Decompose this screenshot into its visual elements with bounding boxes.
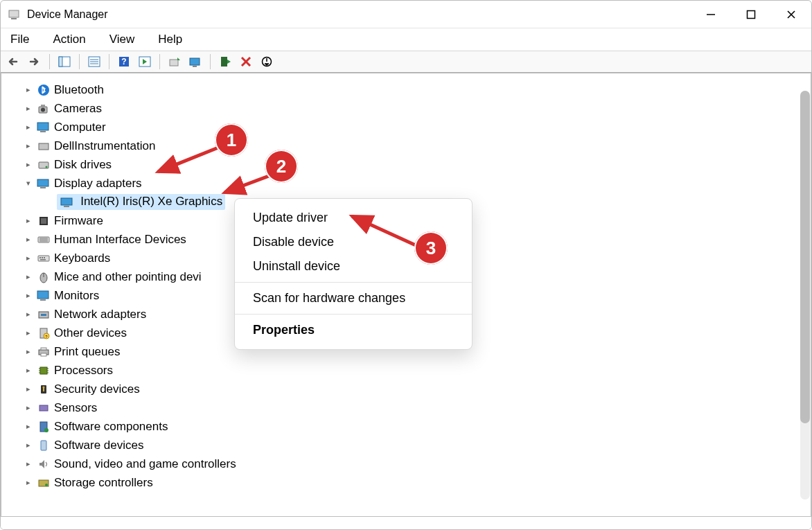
chevron-right-icon[interactable]: ▸: [22, 477, 35, 489]
chevron-right-icon[interactable]: ▸: [22, 252, 35, 265]
vertical-scrollbar[interactable]: [800, 91, 810, 500]
tree-item-software-components[interactable]: ▸ Software components: [22, 417, 811, 436]
chevron-right-icon[interactable]: ▸: [22, 346, 35, 358]
action-button[interactable]: [136, 53, 154, 70]
menu-file[interactable]: File: [6, 30, 33, 49]
tree-item-label: Storage controllers: [54, 476, 153, 490]
svg-rect-52: [40, 299, 46, 301]
tree-item-cameras[interactable]: ▸ Cameras: [22, 99, 811, 118]
svg-text:?: ?: [121, 57, 126, 67]
tree-item-label: Mice and other pointing devi: [54, 270, 202, 284]
chevron-right-icon[interactable]: ▸: [22, 271, 35, 283]
svg-rect-34: [37, 179, 48, 186]
tree-item-label: Other devices: [54, 326, 127, 340]
menu-action[interactable]: Action: [48, 30, 89, 49]
chevron-right-icon[interactable]: ▸: [22, 103, 35, 115]
firmware-icon: [36, 214, 51, 228]
svg-marker-75: [39, 460, 44, 468]
back-button[interactable]: [5, 53, 23, 70]
annotation-badge-3: 3: [414, 231, 448, 265]
minimize-button[interactable]: [691, 1, 731, 28]
svg-rect-37: [64, 206, 69, 207]
tree-item-label: Firmware: [54, 214, 103, 228]
svg-point-25: [38, 85, 49, 96]
svg-rect-3: [748, 10, 755, 18]
svg-rect-29: [37, 123, 48, 130]
device-icon: [36, 139, 51, 153]
menu-help[interactable]: Help: [154, 30, 186, 49]
tree-item-label: Human Interface Devices: [54, 233, 186, 247]
tree-item-software-devices[interactable]: ▸ Software devices: [22, 436, 811, 454]
chevron-right-icon[interactable]: ▸: [22, 327, 35, 339]
toolbar-separator: [210, 54, 211, 69]
tree-item-disk-drives[interactable]: ▸ Disk drives: [22, 155, 811, 174]
display-adapter-icon: [60, 195, 75, 209]
chevron-right-icon[interactable]: ▸: [22, 308, 35, 321]
security-icon: [36, 382, 51, 396]
chevron-right-icon[interactable]: ▸: [22, 383, 35, 396]
tree-item-storage-controllers[interactable]: ▸ Storage controllers: [22, 473, 811, 492]
close-button[interactable]: [771, 1, 811, 28]
properties-button[interactable]: [85, 53, 103, 70]
tree-item-display-adapters[interactable]: ▾ Display adapters: [22, 174, 811, 193]
window-title: Device Manager: [27, 8, 108, 21]
uninstall-button[interactable]: [237, 53, 255, 70]
show-hide-tree-button[interactable]: [55, 53, 73, 70]
svg-rect-31: [39, 143, 48, 150]
tree-item-label: Intel(R) Iris(R) Xe Graphics: [80, 195, 222, 209]
svg-rect-19: [221, 57, 227, 67]
menu-view[interactable]: View: [105, 30, 139, 49]
tree-item-processors[interactable]: ▸ Processors: [22, 361, 811, 380]
tree-item-sound[interactable]: ▸ Sound, video and game controllers: [22, 454, 811, 473]
chevron-right-icon[interactable]: ▸: [22, 421, 35, 433]
svg-line-81: [224, 174, 274, 193]
keyboard-icon: [36, 251, 51, 265]
toolbar-separator: [159, 54, 160, 69]
enable-button[interactable]: [216, 53, 234, 70]
chevron-right-icon[interactable]: ▸: [22, 140, 35, 152]
mouse-icon: [36, 270, 51, 284]
device-tree-panel: ▸ Bluetooth ▸ Cameras ▸ Computer ▸ DellI…: [1, 73, 811, 517]
maximize-button[interactable]: [731, 1, 771, 28]
toolbar-separator: [109, 54, 109, 69]
update-driver-button[interactable]: [166, 53, 184, 70]
tree-item-label: Security devices: [54, 382, 140, 396]
chevron-right-icon[interactable]: ▸: [22, 290, 35, 302]
forward-button[interactable]: [26, 53, 44, 70]
chevron-right-icon[interactable]: ▸: [22, 402, 35, 414]
disable-button[interactable]: [258, 53, 276, 70]
chevron-down-icon[interactable]: ▾: [22, 177, 35, 190]
context-menu-scan-hardware[interactable]: Scan for hardware changes: [235, 286, 472, 310]
tree-item-dell-instrumentation[interactable]: ▸ DellInstrumentation: [22, 136, 811, 155]
printer-icon: [36, 345, 51, 359]
chevron-right-icon[interactable]: ▸: [22, 233, 35, 246]
processor-icon: [36, 364, 51, 378]
chevron-right-icon[interactable]: ▸: [22, 159, 35, 171]
help-button[interactable]: ?: [115, 53, 133, 70]
svg-rect-71: [39, 405, 48, 411]
computer-icon: [36, 121, 51, 134]
svg-rect-28: [41, 105, 45, 107]
tree-item-computer[interactable]: ▸ Computer: [22, 118, 811, 136]
svg-point-77: [45, 484, 48, 486]
chevron-right-icon[interactable]: ▸: [22, 84, 35, 96]
tree-item-label: Keyboards: [54, 251, 110, 265]
scrollbar-thumb[interactable]: [800, 91, 810, 423]
svg-rect-18: [193, 66, 197, 67]
chevron-right-icon[interactable]: ▸: [22, 439, 35, 452]
tree-item-sensors[interactable]: ▸ Sensors: [22, 398, 811, 417]
window-controls: [691, 1, 811, 28]
scan-hardware-button[interactable]: [186, 53, 204, 70]
chevron-right-icon[interactable]: ▸: [22, 215, 35, 227]
chevron-right-icon[interactable]: ▸: [22, 458, 35, 470]
network-icon: [36, 308, 51, 321]
tree-item-security-devices[interactable]: ▸ Security devices: [22, 380, 811, 398]
tree-item-bluetooth[interactable]: ▸ Bluetooth: [22, 80, 811, 99]
svg-rect-61: [40, 367, 47, 374]
tree-item-label: Bluetooth: [54, 83, 104, 97]
context-menu-properties[interactable]: Properties: [235, 318, 472, 342]
chevron-right-icon[interactable]: ▸: [22, 121, 35, 134]
chevron-right-icon[interactable]: ▸: [22, 364, 35, 377]
app-icon: [8, 8, 20, 21]
bluetooth-icon: [36, 83, 51, 97]
